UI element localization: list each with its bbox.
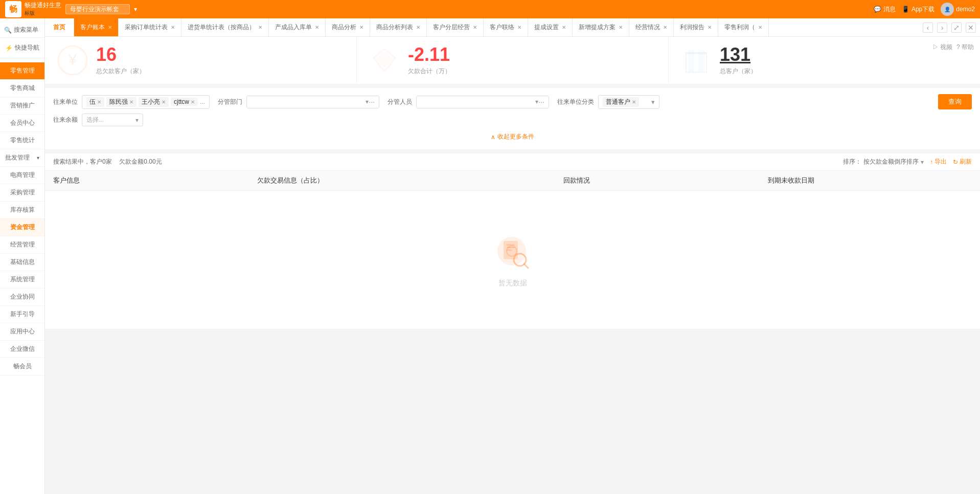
svg-text:¥: ¥: [68, 52, 77, 68]
dept-filter-dots[interactable]: ···: [369, 98, 375, 106]
export-button[interactable]: ↑ 导出: [930, 158, 947, 166]
unit-filter-tags[interactable]: 伍 ✕ 陈民强 ✕ 王小亮 ✕: [82, 95, 210, 109]
unit-filter-more[interactable]: ...: [200, 98, 205, 105]
sidebar-item-stock[interactable]: 库存核算: [0, 201, 44, 219]
unit-tag-3-close[interactable]: ✕: [191, 99, 195, 105]
sidebar-item-enterprise[interactable]: 企业协同: [0, 288, 44, 306]
tab-close-customer-contact[interactable]: ✕: [517, 25, 521, 30]
logo-icon: 畅: [5, 1, 21, 17]
sidebar-item-retail-mall[interactable]: 零售商城: [0, 80, 44, 97]
sidebar-item-app-center[interactable]: 应用中心: [0, 323, 44, 341]
lightning-icon: ⚡: [5, 44, 13, 52]
sidebar-item-capital-mgmt[interactable]: 资金管理: [0, 219, 44, 236]
yuan-icon: ¥: [57, 45, 88, 76]
tab-retail-profit[interactable]: 零售利润（ ✕: [718, 18, 769, 37]
tab-product-instock[interactable]: 产成品入库单 ✕: [269, 18, 326, 37]
sidebar-item-wholesale-mgmt[interactable]: 批发管理 ▾: [0, 149, 44, 167]
tab-add-achievement[interactable]: 新增提成方案 ✕: [573, 18, 629, 37]
col-due-date: 到期未收款日期: [768, 176, 972, 185]
tab-close-profit-report[interactable]: ✕: [708, 25, 712, 30]
person-filter-select[interactable]: ▾ ···: [416, 96, 549, 108]
sidebar-item-vip[interactable]: 畅会员: [0, 358, 44, 375]
unit-tag-0-close[interactable]: ✕: [97, 99, 101, 105]
tab-close-product-instock[interactable]: ✕: [315, 25, 319, 30]
stats-section: ¥ 16 总欠款客户（家）: [45, 37, 980, 84]
dept-filter-select[interactable]: ▾ ···: [246, 96, 379, 108]
stat-value-credit-amount: -2.11: [408, 46, 451, 64]
tab-close-retail-profit[interactable]: ✕: [758, 25, 762, 30]
stat-value-credit-customers: 16: [96, 46, 145, 64]
tab-home[interactable]: 首页: [45, 18, 74, 37]
balance-filter-select[interactable]: 选择... ▾: [82, 114, 143, 126]
unit-tag-2-close[interactable]: ✕: [162, 99, 166, 105]
unit-tag-1-close[interactable]: ✕: [129, 99, 133, 105]
person-filter-dots[interactable]: ···: [538, 98, 544, 106]
stat-card-credit-customers: ¥ 16 总欠款客户（家）: [45, 37, 357, 84]
unit-category-filter[interactable]: 普通客户 ✕ ▾: [598, 95, 659, 109]
video-btn[interactable]: ▷ 视频: [932, 43, 952, 52]
user-avatar-button[interactable]: 👤 demo2: [941, 3, 975, 16]
tab-close-product-analysis-list[interactable]: ✕: [416, 25, 420, 30]
sidebar-item-retail-mgmt[interactable]: 零售管理: [0, 62, 44, 80]
tab-operation-status[interactable]: 经营情况 ✕: [629, 18, 674, 37]
result-section: 搜索结果中，客户0家 欠款金额 0.00元 排序： 按欠款金额倒序排序 ▾: [45, 153, 980, 329]
collapse-button[interactable]: ∧ 收起更多条件: [491, 132, 534, 141]
sort-arrow-icon: ▾: [921, 159, 924, 166]
tab-customer-contact[interactable]: 客户联络 ✕: [484, 18, 528, 37]
workspace-select[interactable]: 母婴行业演示帐套: [65, 4, 130, 14]
tab-expand-button[interactable]: ⤢: [951, 23, 962, 33]
stat-label-total-customers: 总客户（家）: [720, 67, 757, 76]
help-btn[interactable]: ? 帮助: [956, 43, 974, 52]
logo-area: 畅 畅捷通好生意 标版: [5, 1, 61, 17]
chevron-down-icon: ▾: [37, 155, 39, 161]
collapse-up-icon: ∧: [491, 133, 495, 141]
stat-label-credit-customers: 总欠款客户（家）: [96, 67, 145, 76]
stat-info-total-customers: 131 总客户（家）: [720, 46, 757, 76]
sidebar-item-system[interactable]: 系统管理: [0, 271, 44, 288]
svg-rect-5: [686, 53, 706, 54]
tab-close-product-analysis[interactable]: ✕: [359, 25, 363, 30]
tab-customer-book[interactable]: 客户账本 ✕: [74, 18, 119, 37]
search-icon: 🔍: [4, 27, 12, 34]
tab-close-instock-stats[interactable]: ✕: [258, 25, 262, 30]
empty-illustration: [492, 232, 533, 273]
sidebar-quick-nav-item[interactable]: ⚡ 快捷导航: [0, 40, 44, 56]
tab-profit-report[interactable]: 利润报告 ✕: [674, 18, 718, 37]
sidebar-item-basic-info[interactable]: 基础信息: [0, 254, 44, 271]
sidebar-item-purchase-mgmt[interactable]: 采购管理: [0, 184, 44, 201]
tab-close-customer-book[interactable]: ✕: [108, 25, 112, 30]
tab-product-analysis-list[interactable]: 商品分析列表 ✕: [370, 18, 427, 37]
sidebar-item-ecommerce[interactable]: 电商管理: [0, 167, 44, 184]
tab-product-analysis[interactable]: 商品分析 ✕: [326, 18, 370, 37]
sidebar-item-retail-stats[interactable]: 零售统计: [0, 132, 44, 149]
result-header: 搜索结果中，客户0家 欠款金额 0.00元 排序： 按欠款金额倒序排序 ▾: [45, 153, 980, 171]
tab-instock-stats[interactable]: 进货单统计表（按商品） ✕: [181, 18, 269, 37]
stat-card-actions: ▷ 视频 ? 帮助: [932, 43, 974, 52]
sidebar-item-newcomer[interactable]: 新手引导: [0, 306, 44, 323]
refresh-button[interactable]: ↻ 刷新: [953, 158, 972, 166]
tab-close-remind-settings[interactable]: ✕: [562, 25, 566, 30]
sidebar-item-operation[interactable]: 经营管理: [0, 236, 44, 254]
query-button[interactable]: 查询: [938, 94, 972, 109]
tab-remind-settings[interactable]: 提成设置 ✕: [528, 18, 573, 37]
app-download-button[interactable]: 📱 App下载: [902, 5, 935, 14]
message-icon: 💬: [874, 6, 881, 13]
sort-select[interactable]: 按欠款金额倒序排序 ▾: [863, 158, 924, 166]
tab-customer-segment[interactable]: 客户分层经营 ✕: [427, 18, 484, 37]
message-button[interactable]: 💬 消息: [874, 5, 896, 14]
unit-category-tag-0-close[interactable]: ✕: [632, 99, 636, 105]
tab-purchase-order-stats[interactable]: 采购订单统计表 ✕: [119, 18, 181, 37]
tab-close-operation-status[interactable]: ✕: [663, 25, 667, 30]
tab-close-all-button[interactable]: ✕: [966, 23, 976, 33]
unit-tag-1: 陈民强 ✕: [106, 97, 136, 107]
sidebar-item-member-center[interactable]: 会员中心: [0, 115, 44, 132]
sidebar-search[interactable]: 🔍 搜索菜单: [0, 23, 44, 38]
sidebar-item-marketing[interactable]: 营销推广: [0, 97, 44, 115]
workspace-dropdown-btn[interactable]: ▾: [134, 6, 137, 13]
tab-close-customer-segment[interactable]: ✕: [473, 25, 477, 30]
tab-close-add-achievement[interactable]: ✕: [619, 25, 623, 30]
tab-prev-button[interactable]: ‹: [923, 23, 933, 33]
sidebar-item-enterprise-wx[interactable]: 企业微信: [0, 341, 44, 358]
tab-close-purchase-order-stats[interactable]: ✕: [171, 25, 175, 30]
tab-next-button[interactable]: ›: [937, 23, 947, 33]
